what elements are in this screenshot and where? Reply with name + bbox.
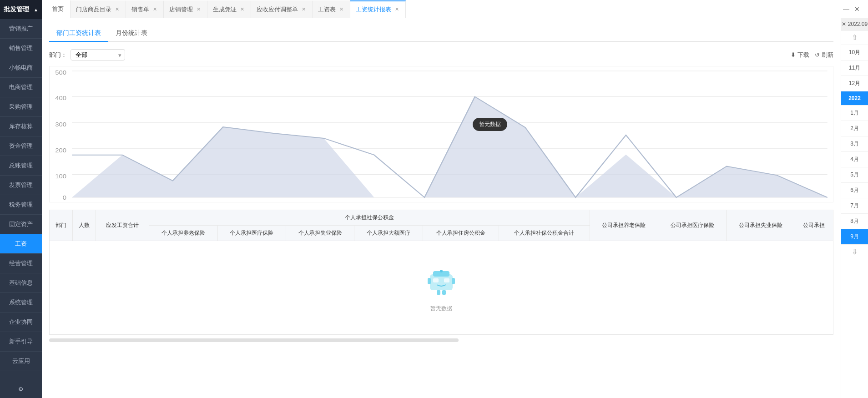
tab-salary-report[interactable]: 工资统计报表 ✕ xyxy=(350,0,406,18)
sidebar-item-inventory[interactable]: 库存核算 xyxy=(0,117,42,136)
table-container[interactable]: 部门 人数 应发工资合计 个人承担社保公积金 xyxy=(49,210,833,335)
sidebar-item-ledger[interactable]: 总账管理 xyxy=(0,156,42,176)
sidebar-collapse-icon: ▲ xyxy=(34,7,38,12)
sub-tab-dept[interactable]: 部门工资统计表 xyxy=(49,25,108,42)
svg-text:200: 200 xyxy=(55,147,66,153)
sidebar-item-sales[interactable]: 销售管理 xyxy=(0,39,42,58)
sidebar-item-marketing[interactable]: 营销推广 xyxy=(0,19,42,39)
sidebar-item-tax[interactable]: 税务管理 xyxy=(0,195,42,215)
main-area: 首页 门店商品目录 ✕ 销售单 ✕ 店铺管理 ✕ 生成凭证 ✕ 应收应付调整单 … xyxy=(42,0,868,398)
close-button[interactable]: ✕ xyxy=(852,4,863,15)
calendar-down-nav[interactable]: ⇩ xyxy=(841,245,868,259)
calendar-month-11[interactable]: 11月 xyxy=(841,60,868,76)
svg-rect-20 xyxy=(437,290,440,295)
calendar-month-6[interactable]: 6月 xyxy=(841,183,868,198)
svg-rect-18 xyxy=(428,278,431,284)
refresh-button[interactable]: ↺ 刷新 xyxy=(815,51,833,59)
svg-text:0: 0 xyxy=(63,195,66,201)
calendar-year-header: ✕ 2022.09 xyxy=(841,18,868,30)
dept-label: 部门： xyxy=(49,51,67,59)
calendar-up-nav[interactable]: ⇧ xyxy=(841,30,868,45)
svg-text:400: 400 xyxy=(55,96,66,101)
calendar-month-10[interactable]: 10月 xyxy=(841,45,868,60)
svg-rect-21 xyxy=(442,290,446,295)
calendar-month-9-active[interactable]: 9月 xyxy=(841,229,868,245)
col-personal-unemployment: 个人承担失业保险 xyxy=(286,226,354,241)
tab-close-product-catalog[interactable]: ✕ xyxy=(114,5,120,13)
sidebar-item-purchase[interactable]: 采购管理 xyxy=(0,97,42,117)
sidebar-item-ecommerce-small[interactable]: 小畅电商 xyxy=(0,58,42,78)
sidebar-header[interactable]: 批发管理 ▲ xyxy=(0,0,42,19)
tab-home[interactable]: 首页 xyxy=(45,0,71,18)
calendar-month-1[interactable]: 1月 xyxy=(841,106,868,121)
tab-close-salary-table[interactable]: ✕ xyxy=(338,5,344,13)
sidebar-item-cloud[interactable]: 云应用 xyxy=(0,352,42,371)
download-button[interactable]: ⬇ 下载 xyxy=(791,51,809,59)
window-controls: — ✕ xyxy=(841,4,864,15)
download-icon: ⬇ xyxy=(791,51,796,58)
sidebar-item-finance[interactable]: 资金管理 xyxy=(0,136,42,156)
salary-table: 部门 人数 应发工资合计 个人承担社保公积金 xyxy=(49,210,833,335)
tab-production-voucher[interactable]: 生成凭证 ✕ xyxy=(207,0,251,18)
sidebar-title: 批发管理 xyxy=(4,5,29,14)
col-group-personal: 个人承担社保公积金 xyxy=(149,210,590,226)
col-personal-total: 个人承担社保公积金合计 xyxy=(499,226,590,241)
col-personal-critical: 个人承担大额医疗 xyxy=(354,226,423,241)
svg-text:100: 100 xyxy=(55,174,66,180)
sidebar-settings[interactable]: ⚙ xyxy=(0,380,42,398)
svg-point-15 xyxy=(440,270,443,272)
col-dept: 部门 xyxy=(50,210,73,241)
col-company-unemployment: 公司承担失业保险 xyxy=(727,210,795,241)
sidebar-item-system[interactable]: 系统管理 xyxy=(0,293,42,312)
col-count: 人数 xyxy=(73,210,96,241)
tab-close-sales-order[interactable]: ✕ xyxy=(152,5,158,13)
calendar-close-icon[interactable]: ✕ xyxy=(842,21,846,27)
dept-select[interactable]: 全部 xyxy=(71,49,125,60)
sidebar: 批发管理 ▲ 营销推广 销售管理 小畅电商 电商管理 采购管理 库存核算 资金管… xyxy=(0,0,42,398)
tab-salary-table[interactable]: 工资表 ✕ xyxy=(313,0,350,18)
empty-robot-icon xyxy=(423,263,459,299)
calendar-month-4[interactable]: 4月 xyxy=(841,152,868,167)
tab-close-store-mgmt[interactable]: ✕ xyxy=(196,5,202,13)
sub-tab-month[interactable]: 月份统计表 xyxy=(108,25,155,42)
calendar-month-5[interactable]: 5月 xyxy=(841,167,868,183)
minimize-button[interactable]: — xyxy=(841,4,852,15)
tab-close-salary-report[interactable]: ✕ xyxy=(394,5,400,13)
tab-close-production-voucher[interactable]: ✕ xyxy=(239,5,245,13)
svg-rect-16 xyxy=(433,278,439,282)
tab-receivable[interactable]: 应收应付调整单 ✕ xyxy=(251,0,313,18)
col-personal-housing: 个人承担住房公积金 xyxy=(423,226,499,241)
tab-product-catalog[interactable]: 门店商品目录 ✕ xyxy=(71,0,126,18)
tab-sales-order[interactable]: 销售单 ✕ xyxy=(126,0,164,18)
sidebar-item-enterprise[interactable]: 企业协同 xyxy=(0,312,42,332)
calendar-month-2[interactable]: 2月 xyxy=(841,121,868,136)
svg-rect-17 xyxy=(444,278,449,282)
salary-chart: 500 400 300 200 100 0 xyxy=(50,66,833,202)
tab-bar: 首页 门店商品目录 ✕ 销售单 ✕ 店铺管理 ✕ 生成凭证 ✕ 应收应付调整单 … xyxy=(42,0,868,18)
col-personal-pension: 个人承担养老保险 xyxy=(149,226,217,241)
sidebar-item-basic[interactable]: 基础信息 xyxy=(0,273,42,293)
sidebar-item-assets[interactable]: 固定资产 xyxy=(0,215,42,234)
sidebar-item-operations[interactable]: 经营管理 xyxy=(0,254,42,273)
gear-icon: ⚙ xyxy=(18,386,24,393)
sidebar-item-salary[interactable]: 工资 xyxy=(0,234,42,254)
tab-close-receivable[interactable]: ✕ xyxy=(301,5,307,13)
calendar-year-2022[interactable]: 2022 xyxy=(841,91,868,106)
sidebar-item-ecommerce[interactable]: 电商管理 xyxy=(0,78,42,97)
refresh-icon: ↺ xyxy=(815,51,820,58)
col-company-medical: 公司承担医疗保险 xyxy=(658,210,727,241)
main-content: 部门工资统计表 月份统计表 部门： 全部 xyxy=(42,18,841,398)
sidebar-item-guide[interactable]: 新手引导 xyxy=(0,332,42,352)
sub-tabs: 部门工资统计表 月份统计表 xyxy=(49,25,833,42)
svg-rect-13 xyxy=(430,274,453,290)
calendar-month-8[interactable]: 8月 xyxy=(841,214,868,229)
horizontal-scrollbar[interactable] xyxy=(49,338,459,342)
sidebar-item-invoice[interactable]: 发票管理 xyxy=(0,176,42,195)
chart-tooltip: 暂无数据 xyxy=(473,118,507,131)
tab-store-mgmt[interactable]: 店铺管理 ✕ xyxy=(164,0,207,18)
toolbar-left: 部门： 全部 xyxy=(49,49,125,60)
calendar-month-7[interactable]: 7月 xyxy=(841,198,868,214)
calendar-month-12[interactable]: 12月 xyxy=(841,76,868,91)
calendar-month-3[interactable]: 3月 xyxy=(841,136,868,152)
col-personal-medical: 个人承担医疗保险 xyxy=(217,226,286,241)
